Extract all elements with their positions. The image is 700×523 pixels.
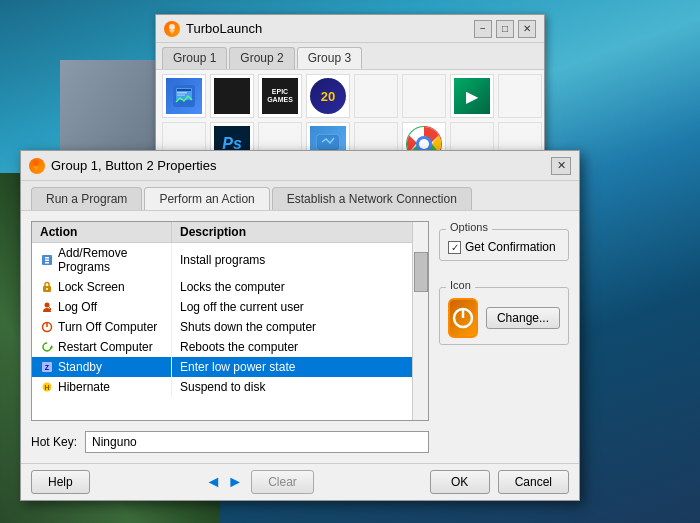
action-list-scroll[interactable]: Add/Remove Programs Install programs	[32, 243, 428, 420]
next-arrow[interactable]: ►	[227, 473, 243, 491]
get-confirmation-checkbox[interactable]: ✓	[448, 241, 461, 254]
prev-arrow[interactable]: ◄	[205, 473, 221, 491]
action-column-header: Action	[32, 222, 172, 242]
action-list-item-addremove[interactable]: Add/Remove Programs Install programs	[32, 243, 428, 277]
turbolaunch-tab-group1[interactable]: Group 1	[162, 47, 227, 69]
svg-point-0	[169, 24, 175, 30]
app-cell-empty2[interactable]	[402, 74, 446, 118]
action-list-item-standby[interactable]: Z Standby Enter low power state	[32, 357, 428, 377]
turbolaunch-tab-group2[interactable]: Group 2	[229, 47, 294, 69]
turnoff-icon	[40, 320, 54, 334]
turbolaunch-title: TurboLaunch	[186, 21, 262, 36]
properties-tab-network[interactable]: Establish a Network Connection	[272, 187, 472, 210]
restart-icon	[40, 340, 54, 354]
action-item-action-hibernate: H Hibernate	[32, 377, 172, 397]
turbolaunch-title-left: TurboLaunch	[164, 21, 262, 37]
options-group: Options ✓ Get Confirmation	[439, 229, 569, 261]
action-list-item-lockscreen[interactable]: Lock Screen Locks the computer	[32, 277, 428, 297]
turbolaunch-window-controls: − □ ✕	[474, 20, 536, 38]
logoff-icon	[40, 300, 54, 314]
action-item-desc-addremove: Install programs	[172, 250, 428, 270]
svg-rect-3	[177, 89, 191, 91]
svg-rect-5	[177, 95, 185, 97]
turbolaunch-tab-group3[interactable]: Group 3	[297, 47, 362, 69]
app-cell-empty3[interactable]	[498, 74, 542, 118]
action-item-desc-hibernate: Suspend to disk	[172, 377, 428, 397]
standby-icon: Z	[40, 360, 54, 374]
app-cell-cam[interactable]: ▶	[450, 74, 494, 118]
task-icon	[166, 78, 202, 114]
turbolaunch-tab-bar: Group 1 Group 2 Group 3	[156, 43, 544, 69]
app-cell-black[interactable]	[210, 74, 254, 118]
black-icon	[214, 78, 250, 114]
app-cell-task[interactable]	[162, 74, 206, 118]
cam-icon: ▶	[454, 78, 490, 114]
app-cell-empty1[interactable]	[354, 74, 398, 118]
properties-title: Group 1, Button 2 Properties	[51, 158, 216, 173]
app-cell-20[interactable]: 20	[306, 74, 350, 118]
scrollbar-thumb	[414, 252, 428, 292]
power-icon	[448, 298, 478, 338]
cancel-button[interactable]: Cancel	[498, 470, 569, 494]
action-item-desc-turnoff: Shuts down the computer	[172, 317, 428, 337]
properties-left-panel: Action Description	[31, 221, 429, 453]
icon-legend: Icon	[446, 279, 475, 291]
properties-bottom-bar: Help ◄ ► Clear OK Cancel	[21, 463, 579, 500]
hotkey-input[interactable]	[85, 431, 429, 453]
action-item-action-standby: Z Standby	[32, 357, 172, 377]
clear-button[interactable]: Clear	[251, 470, 314, 494]
addremove-icon	[40, 253, 54, 267]
properties-tab-run-program[interactable]: Run a Program	[31, 187, 142, 210]
action-list-item-turnoff[interactable]: Turn Off Computer Shuts down the compute…	[32, 317, 428, 337]
svg-text:Z: Z	[45, 364, 50, 371]
svg-point-21	[45, 303, 50, 308]
properties-app-icon	[29, 158, 45, 174]
action-item-desc-logoff: Log off the current user	[172, 297, 428, 317]
action-list-item-restart[interactable]: Restart Computer Reboots the computer	[32, 337, 428, 357]
svg-rect-4	[177, 92, 187, 94]
get-confirmation-row[interactable]: ✓ Get Confirmation	[448, 240, 560, 254]
hotkey-row: Hot Key:	[31, 431, 429, 453]
properties-title-left: Group 1, Button 2 Properties	[29, 158, 216, 174]
app-cell-epic[interactable]: EPICGAMES	[258, 74, 302, 118]
action-item-desc-standby: Enter low power state	[172, 357, 428, 377]
help-button[interactable]: Help	[31, 470, 90, 494]
properties-tab-perform-action[interactable]: Perform an Action	[144, 187, 269, 210]
properties-tab-bar: Run a Program Perform an Action Establis…	[21, 181, 579, 211]
action-item-action-turnoff: Turn Off Computer	[32, 317, 172, 337]
action-item-desc-lockscreen: Locks the computer	[172, 277, 428, 297]
epic-games-icon: EPICGAMES	[262, 78, 298, 114]
properties-body: Action Description	[21, 211, 579, 463]
svg-point-20	[46, 288, 48, 290]
action-list-item-hibernate[interactable]: H Hibernate Suspend to disk	[32, 377, 428, 397]
action-item-action-lockscreen: Lock Screen	[32, 277, 172, 297]
action-list-header: Action Description	[32, 222, 428, 243]
svg-point-13	[419, 139, 429, 149]
desc-column-header: Description	[172, 222, 428, 242]
action-item-desc-restart: Reboots the computer	[172, 337, 428, 357]
lock-icon	[40, 280, 54, 294]
turbolaunch-titlebar: TurboLaunch − □ ✕	[156, 15, 544, 43]
properties-titlebar: Group 1, Button 2 Properties ✕	[21, 151, 579, 181]
turbolaunch-close-button[interactable]: ✕	[518, 20, 536, 38]
options-legend: Options	[446, 221, 492, 233]
action-list-item-logoff[interactable]: Log Off Log off the current user	[32, 297, 428, 317]
action-item-action-addremove: Add/Remove Programs	[32, 243, 172, 277]
svg-point-14	[33, 160, 39, 166]
svg-rect-7	[318, 136, 338, 149]
properties-right-panel: Options ✓ Get Confirmation Icon Change..…	[439, 221, 569, 453]
change-icon-button[interactable]: Change...	[486, 307, 560, 329]
svg-text:H: H	[44, 384, 49, 391]
hibernate-icon: H	[40, 380, 54, 394]
ok-button[interactable]: OK	[430, 470, 490, 494]
ok-cancel-buttons: OK Cancel	[430, 470, 569, 494]
20-icon: 20	[310, 78, 346, 114]
hotkey-label: Hot Key:	[31, 435, 77, 449]
svg-rect-17	[45, 260, 49, 262]
action-list-scrollbar[interactable]	[412, 222, 428, 420]
properties-close-button[interactable]: ✕	[551, 157, 571, 175]
svg-rect-18	[45, 262, 49, 264]
turbolaunch-maximize-button[interactable]: □	[496, 20, 514, 38]
properties-dialog: Group 1, Button 2 Properties ✕ Run a Pro…	[20, 150, 580, 501]
turbolaunch-minimize-button[interactable]: −	[474, 20, 492, 38]
